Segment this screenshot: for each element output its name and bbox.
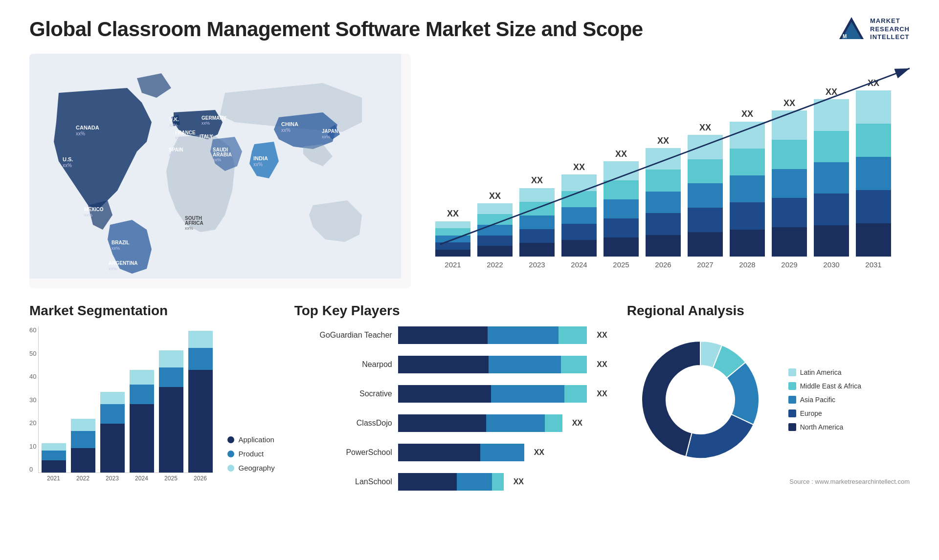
svg-text:ARGENTINA: ARGENTINA bbox=[109, 260, 137, 266]
page: Global Classroom Management Software Mar… bbox=[0, 0, 939, 560]
svg-text:INDIA: INDIA bbox=[253, 155, 268, 161]
player-row: PowerSchool XX bbox=[294, 444, 607, 461]
players-panel: Top Key Players GoGuardian Teacher XX Ne… bbox=[294, 303, 607, 518]
seg-x-labels: 202120222023202420252026 bbox=[41, 475, 213, 482]
player-value: XX bbox=[597, 389, 607, 398]
brand-logo-icon: M bbox=[837, 15, 866, 44]
svg-text:xx%: xx% bbox=[169, 152, 177, 157]
segmentation-title: Market Segmentation bbox=[29, 303, 275, 319]
player-row: Socrative XX bbox=[294, 385, 607, 403]
svg-text:U.S.: U.S. bbox=[63, 156, 73, 162]
seg-chart-with-axis: 60 50 40 30 20 10 0 20212022202320242025… bbox=[29, 326, 213, 482]
svg-text:xx%: xx% bbox=[200, 139, 208, 144]
player-row: ClassDojo XX bbox=[294, 414, 607, 432]
seg-legend-item: Geography bbox=[227, 464, 274, 472]
svg-text:CHINA: CHINA bbox=[281, 121, 298, 127]
seg-legend-item: Application bbox=[227, 435, 274, 444]
svg-text:xx%: xx% bbox=[84, 213, 92, 217]
top-section: CANADA xx% U.S. xx% MEXICO xx% BRAZIL xx… bbox=[29, 54, 910, 288]
player-name: Socrative bbox=[294, 389, 392, 398]
world-map-container: CANADA xx% U.S. xx% MEXICO xx% BRAZIL xx… bbox=[29, 54, 411, 288]
svg-text:xx%: xx% bbox=[185, 226, 193, 231]
svg-text:xx%: xx% bbox=[109, 266, 117, 271]
player-value: XX bbox=[534, 448, 544, 457]
regional-legend-item: Latin America bbox=[788, 368, 861, 376]
regional-legend-item: Asia Pacific bbox=[788, 396, 861, 404]
svg-text:xx%: xx% bbox=[76, 131, 85, 136]
regional-panel: Regional Analysis Latin AmericaMiddle Ea… bbox=[627, 303, 910, 518]
svg-text:xx%: xx% bbox=[169, 123, 178, 128]
bar-chart: XXXXXXXXXXXXXXXXXXXXXX bbox=[430, 71, 910, 257]
svg-text:ITALY: ITALY bbox=[200, 134, 213, 139]
svg-text:ARABIA: ARABIA bbox=[213, 152, 232, 157]
bar-year-labels: 2021202220232024202520262027202820292030… bbox=[435, 260, 910, 269]
player-name: PowerSchool bbox=[294, 448, 392, 457]
player-bar bbox=[398, 414, 562, 432]
svg-text:xx%: xx% bbox=[322, 134, 330, 139]
player-value: XX bbox=[597, 360, 607, 369]
svg-text:FRANCE: FRANCE bbox=[175, 130, 196, 135]
player-name: Nearpod bbox=[294, 360, 392, 369]
svg-text:SPAIN: SPAIN bbox=[169, 147, 183, 152]
svg-text:M: M bbox=[843, 34, 847, 39]
source-text: Source : www.marketresearchintellect.com bbox=[627, 478, 910, 485]
regional-legend-item: North America bbox=[788, 423, 861, 431]
svg-text:BRAZIL: BRAZIL bbox=[112, 240, 130, 245]
player-bar bbox=[398, 473, 504, 491]
segmentation-panel: Market Segmentation 60 50 40 30 20 10 0 … bbox=[29, 303, 275, 518]
svg-text:xx%: xx% bbox=[253, 162, 263, 167]
bottom-section: Market Segmentation 60 50 40 30 20 10 0 … bbox=[29, 303, 910, 518]
svg-text:MEXICO: MEXICO bbox=[84, 207, 104, 212]
seg-legend: ApplicationProductGeography bbox=[227, 435, 274, 482]
player-bar bbox=[398, 326, 587, 344]
svg-text:xx%: xx% bbox=[201, 121, 210, 126]
svg-text:U.K.: U.K. bbox=[169, 117, 179, 122]
page-title: Global Classroom Management Software Mar… bbox=[29, 18, 643, 41]
header: Global Classroom Management Software Mar… bbox=[29, 15, 910, 44]
svg-text:GERMANY: GERMANY bbox=[201, 115, 226, 121]
svg-text:JAPAN: JAPAN bbox=[322, 129, 338, 134]
donut-area: Latin AmericaMiddle East & AfricaAsia Pa… bbox=[627, 326, 910, 473]
player-bar bbox=[398, 444, 524, 461]
player-value: XX bbox=[597, 331, 607, 340]
player-row: Nearpod XX bbox=[294, 356, 607, 373]
svg-text:xx%: xx% bbox=[281, 128, 291, 133]
players-title: Top Key Players bbox=[294, 303, 607, 319]
svg-text:xx%: xx% bbox=[112, 246, 120, 251]
logo-text: MARKET RESEARCH INTELLECT bbox=[870, 17, 910, 42]
bar-chart-container: XXXXXXXXXXXXXXXXXXXXXX 20212022202320242… bbox=[430, 54, 910, 288]
seg-bars bbox=[38, 326, 213, 473]
regional-title: Regional Analysis bbox=[627, 303, 910, 319]
regional-legend-item: Europe bbox=[788, 409, 861, 417]
player-name: ClassDojo bbox=[294, 419, 392, 428]
player-value: XX bbox=[514, 477, 524, 486]
donut-chart bbox=[627, 326, 774, 473]
player-row: GoGuardian Teacher XX bbox=[294, 326, 607, 344]
logo-box: M MARKET RESEARCH INTELLECT bbox=[837, 15, 910, 44]
player-bar bbox=[398, 356, 587, 373]
svg-text:AFRICA: AFRICA bbox=[185, 220, 203, 226]
world-map-svg: CANADA xx% U.S. xx% MEXICO xx% BRAZIL xx… bbox=[29, 54, 401, 279]
player-bar bbox=[398, 385, 587, 403]
seg-legend-item: Product bbox=[227, 450, 274, 458]
seg-chart-area: 60 50 40 30 20 10 0 20212022202320242025… bbox=[29, 326, 275, 482]
logo-area: M MARKET RESEARCH INTELLECT bbox=[837, 15, 910, 44]
player-value: XX bbox=[572, 419, 582, 428]
player-name: LanSchool bbox=[294, 477, 392, 486]
svg-text:CANADA: CANADA bbox=[76, 125, 99, 130]
svg-text:xx%: xx% bbox=[63, 163, 72, 168]
svg-text:xx%: xx% bbox=[175, 135, 183, 140]
players-list: GoGuardian Teacher XX Nearpod XX Socrati… bbox=[294, 326, 607, 491]
donut-legend: Latin AmericaMiddle East & AfricaAsia Pa… bbox=[788, 368, 861, 431]
svg-text:xx%: xx% bbox=[213, 157, 221, 162]
seg-y-labels: 60 50 40 30 20 10 0 bbox=[29, 326, 36, 473]
regional-legend-item: Middle East & Africa bbox=[788, 382, 861, 390]
player-name: GoGuardian Teacher bbox=[294, 331, 392, 340]
player-row: LanSchool XX bbox=[294, 473, 607, 491]
